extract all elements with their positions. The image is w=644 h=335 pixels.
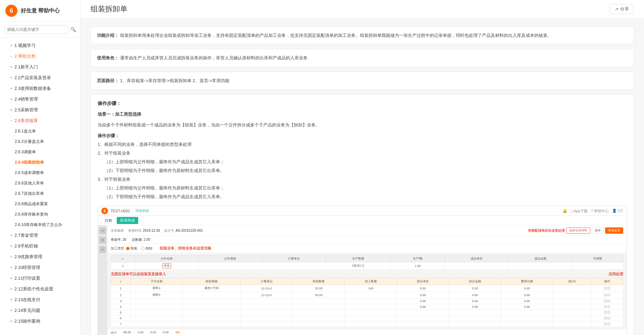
sidebar-item-sales[interactable]: + 2.4销售管理 [0,94,80,105]
sw-total-label: 合计 [111,331,117,335]
sidebar-item-stocktake[interactable]: 2.6.1盘点单 [0,126,80,136]
plus-icon: + [10,233,12,238]
sidebar-item-partition[interactable]: 2.6.2分量盘点单 [0,136,80,147]
search-button[interactable]: 🔍 [70,27,76,32]
sw-brand: 6 [101,208,108,214]
sidebar-item-print[interactable]: + 2.11打印设置 [0,273,80,284]
search-bar: 🔍 [0,22,80,38]
role-block: 使用角色： 通常由生产人员或库管人员完成拆装业务的操作，库管人员确认原材料的出库… [91,49,634,67]
sidebar-item-install[interactable]: + 2.2产品安装及登录 [0,72,80,83]
sw-field-doctype: 本部确单 [111,228,124,233]
sw-icon-1: ≡ [99,227,106,234]
red-highlight-cell: 米米 [162,263,171,268]
sw-field-warehouse: 有装配清单的在这里处理 选择仓库材料 保存 审核发货 [528,227,623,234]
nav-tree: + 1.视频学习 − 2.帮助文档 + 2.1新手入门 + 2.2产品安装及登录… [0,38,80,335]
plus-icon: + [10,265,12,270]
sidebar-item-settings[interactable]: + 2.12系统个性化设置 [0,284,80,294]
main-content: 功能介绍： 组装拆卸单用来处理企业组装或拆卸等加工业务，支持有固定装配清单的产品… [80,18,644,335]
intro-block: 功能介绍： 组装拆卸单用来处理企业组装或拆卸等加工业务，支持有固定装配清单的产品… [91,26,634,44]
step2-2: （2）下部明细为子件明细，最终作为原材料生成其它出库单。 [98,166,627,175]
sw-radio-group: 组装 拆卸 [126,246,152,251]
sw-status: On [175,331,180,335]
sw-action1-btn[interactable]: 保存 [592,227,604,234]
sidebar-item-newbie[interactable]: + 2.1新手入门 [0,62,80,72]
sw-footer: 合计 88.00 0.00 0.00 0.00 On [107,329,627,335]
plus-icon: + [10,75,12,80]
plus-icon: + [10,65,12,69]
sidebar-item-finance[interactable]: + 2.7资金管理 [0,230,80,241]
plus-icon: + [10,97,12,102]
sidebar-item-stockcheck[interactable]: 2.6.9库存账本查询 [0,209,80,220]
sidebar-item-assembly[interactable]: 2.6.4组装拆卸单 [0,157,80,168]
table-row: 6 ☐ ☐ [111,316,623,321]
sidebar-item-coupon[interactable]: + 2.9优惠券管理 [0,252,80,262]
sidebar-item-onlinepay[interactable]: + 2.13在线支付 [0,294,80,305]
sw-sub-table-area: 无固定清单可以在组装里直接录入 启用处理 ✓ 子件名称 拆卸规格 [107,272,627,329]
user-icon: 👤 CC [612,209,623,214]
page-header: 组装拆卸单 ↗ 分享 [80,0,644,18]
sidebar-item-docs[interactable]: − 2.帮助文档 [0,51,80,62]
sidebar-item-costadj[interactable]: 2.6.5成本调整单 [0,168,80,178]
sw-field-batchno: 批次号 AD-20191226-001 [164,228,203,233]
sw-doc-row: 单据号: 26 总数量: 2.00 [107,236,627,244]
app-icon: □ App下载 [571,209,588,214]
sidebar-item-prepare[interactable]: + 2.3使用前数据准备 [0,83,80,94]
plus-icon: + [10,43,12,48]
role-text: 使用角色： 通常由生产人员或库管人员完成拆装业务的操作，库管人员确认原材料的出库… [97,54,628,62]
plus-icon: + [10,319,12,324]
operations-section: 操作步骤： 场景一：加工类型选择 当由多个子件材料组装成一个成品的业务为【组装】… [91,94,634,335]
table-row: 4 0.000.000.00 ☐ ☐ [111,304,623,310]
sw-topnav-btn[interactable]: 闭源单据 [136,209,149,213]
screenshot-container: 6 TEST-H002 闭源单据 🔔 □ App下载 ? 帮助中心 👤 CC [98,206,627,335]
sw-radio-disassembly[interactable]: 拆卸 [141,246,152,251]
sw-total-val3: 0.00 [150,331,156,335]
sw-total-val1: 88.00 [123,331,131,335]
sidebar-item-faq[interactable]: + 2.14常见问题 [0,305,80,316]
sidebar-item-videos[interactable]: + 1.视频学习 [0,40,80,51]
sw-field-date: 单据时间 2019-12-26 [128,228,160,233]
plus-icon: + [10,108,12,112]
sw-form-header: 本部确单 单据时间 2019-12-26 批次号 AD-20191226-001 [107,225,627,236]
sw-select-warehouse-btn[interactable]: 选择仓库材料 [566,227,590,234]
sidebar-item-cases[interactable]: + 2.15操作案例 [0,316,80,327]
scene1-title: 场景一：加工类型选择 [98,110,627,119]
plus-icon: + [10,276,12,281]
plus-icon: + [10,287,12,291]
sidebar-item-adjust[interactable]: 2.6.3调拨单 [0,147,80,157]
sidebar-item-purchase[interactable]: + 2.5采购管理 [0,105,80,115]
sw-total-val4: 0.00 [163,331,169,335]
sw-top-table: ✓ 父件名称 父件规格 计量单位 生产数量 生产/数 成品单价 成品金额 [111,255,623,270]
sidebar-item-stockerror[interactable]: 2.6.10库存账本错了怎么办 [0,220,80,230]
step2-1: （1）上部明细为父件明细，最终作为产成品生成其它入库单； [98,158,627,166]
sidebar-item-otherinbound[interactable]: 2.6.6其他入库单 [0,178,80,188]
step2: 2、对于组装业务 [98,149,627,158]
table-row: 3 0.000.000.00 ☐ ☐ [111,298,623,304]
steps-title: 操作步骤： [98,131,627,140]
step3: 3、对于拆装业务 [98,175,627,184]
sw-tab-new[interactable]: 新增单据 [117,217,138,224]
search-input[interactable] [4,25,68,34]
sw-tab-self[interactable]: 自购 [101,217,115,224]
sw-top-table-area: ✓ 父件名称 父件规格 计量单位 生产数量 生产/数 成品单价 成品金额 [107,253,627,272]
sw-radio-dot [126,247,129,250]
help-icon: ? 帮助中心 [591,209,609,214]
step3-2: （2）下部明细为子件明细，最终作为产成品生成其它入库单。 [98,192,627,201]
sidebar-item-costrecalc[interactable]: 2.6.8商品成本重算 [0,199,80,209]
sw-sub-table: ✓ 子件名称 拆卸规格 计量单位 拆卸数量 拆入数量 拆出单价 拆出金额 [111,278,623,327]
sidebar-item-otheroutbound[interactable]: 2.6.7其他出库单 [0,188,80,199]
sidebar-item-mobile[interactable]: + 2.8手机旺铺 [0,241,80,252]
sw-icon-3: ↩ [99,246,106,253]
plus-icon: + [10,255,12,259]
annotation-switch: 组装业务、拆卸业务在这里切换 [160,246,211,251]
sw-radio-assembly[interactable]: 组装 [126,246,137,251]
sw-radio-dot [141,247,145,250]
share-button[interactable]: ↗ 分享 [610,4,634,14]
sw-doc-num: 单据号: 26 [111,237,126,242]
sw-submit-btn[interactable]: 审核发货 [605,227,623,234]
sw-left-icons: ≡ ⊡ ↩ [98,225,107,335]
sw-body: ≡ ⊡ ↩ 本部确单 单据时间 [98,225,627,335]
sidebar-item-inventory[interactable]: − 2.6库存核算 [0,115,80,126]
ops-title: 操作步骤： [98,101,627,107]
sw-nav-bar: 自购 新增单据 [98,216,627,225]
sidebar-item-ops[interactable]: + 2.10经营管理 [0,262,80,273]
